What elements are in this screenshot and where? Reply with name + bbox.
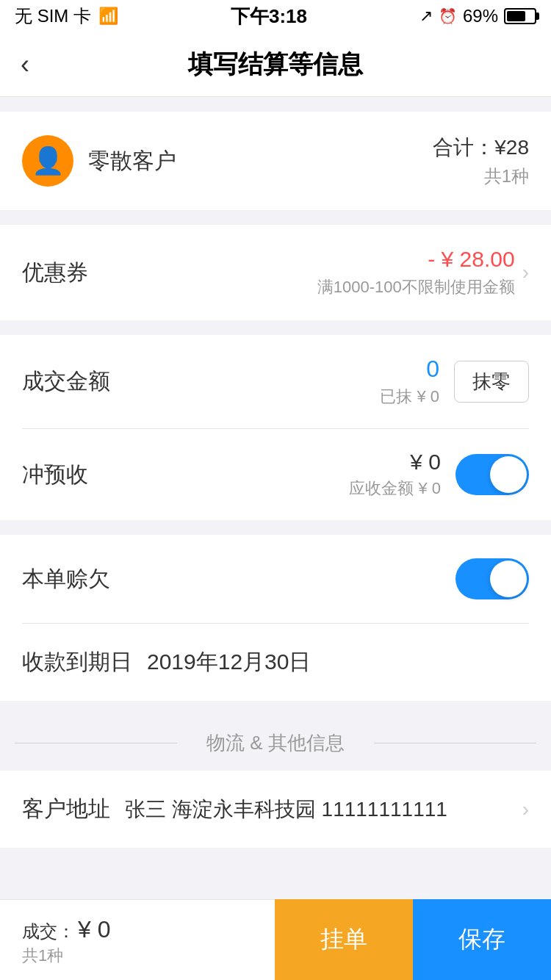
debt-section: 本单赊欠 收款到期日 2019年12月30日 [0, 535, 551, 701]
transaction-value[interactable]: 0 [380, 356, 439, 383]
address-chevron-icon: › [522, 798, 529, 821]
save-button[interactable]: 保存 [413, 899, 551, 980]
customer-name: 零散客户 [88, 146, 176, 176]
footer-info: 成交： ¥ 0 共1种 [0, 899, 275, 980]
footer-deal-label: 成交： [22, 920, 75, 943]
avatar-icon: 👤 [32, 145, 65, 176]
coupon-label: 优惠券 [22, 258, 88, 288]
toggle-knob [490, 456, 527, 493]
due-date-value[interactable]: 2019年12月30日 [147, 647, 311, 677]
wifi-icon: 📶 [98, 7, 118, 26]
footer: 成交： ¥ 0 共1种 挂单 保存 [0, 899, 551, 980]
transaction-section: 成交金额 0 已抹 ¥ 0 抹零 冲预收 ¥ 0 应收金额 ¥ 0 [0, 335, 551, 520]
battery-percent: 69% [463, 6, 498, 26]
status-right: ↗ ⏰ 69% [419, 6, 536, 26]
customer-section: 👤 零散客户 合计：¥28 共1种 [0, 112, 551, 210]
round-zero-button[interactable]: 抹零 [454, 361, 529, 403]
debt-toggle-knob [490, 561, 527, 597]
page-title: 填写结算等信息 [188, 48, 363, 82]
battery-icon [504, 8, 536, 24]
transaction-label: 成交金额 [22, 367, 110, 397]
prepay-amounts: ¥ 0 应收金额 ¥ 0 [349, 450, 441, 500]
prepay-toggle[interactable] [455, 454, 529, 495]
status-time: 下午3:18 [231, 4, 307, 29]
location-icon: ↗ [419, 7, 433, 26]
address-value: 张三 海淀永丰科技园 11111111111 [125, 796, 500, 824]
coupon-section[interactable]: 优惠券 - ¥ 28.00 满1000-100不限制使用金额 › [0, 225, 551, 320]
transaction-row: 成交金额 0 已抹 ¥ 0 抹零 [22, 335, 529, 428]
gap-3 [0, 320, 551, 335]
gap-5 [0, 701, 551, 716]
debt-toggle[interactable] [455, 558, 529, 599]
logistics-line-right [374, 743, 536, 743]
gap-4 [0, 520, 551, 535]
transaction-amount-area: 0 已抹 ¥ 0 [380, 356, 439, 408]
nav-bar: ‹ 填写结算等信息 [0, 32, 551, 97]
coupon-amount: - ¥ 28.00 [317, 247, 515, 272]
gap-1 [0, 97, 551, 112]
coupon-chevron-icon: › [522, 261, 529, 284]
debt-label: 本单赊欠 [22, 564, 110, 594]
already-zero-label: 已抹 ¥ 0 [380, 386, 439, 408]
status-left: 无 SIM 卡 📶 [15, 4, 118, 28]
prepay-value: ¥ 0 [349, 450, 441, 475]
customer-total: 合计：¥28 共1种 [433, 134, 529, 188]
prepay-row: 冲预收 ¥ 0 应收金额 ¥ 0 [22, 429, 529, 520]
due-date-row: 收款到期日 2019年12月30日 [22, 624, 529, 701]
avatar: 👤 [22, 135, 73, 187]
coupon-info: - ¥ 28.00 满1000-100不限制使用金额 [317, 247, 515, 298]
back-button[interactable]: ‹ [21, 49, 29, 80]
logistics-divider: 物流 & 其他信息 [0, 716, 551, 771]
alarm-icon: ⏰ [439, 7, 457, 25]
footer-count: 共1种 [22, 945, 110, 967]
total-amount: 合计：¥28 [433, 134, 529, 162]
carrier-label: 无 SIM 卡 [15, 4, 91, 28]
address-label: 客户地址 [22, 794, 110, 824]
prepay-label: 冲预收 [22, 460, 88, 490]
receivable-label: 应收金额 ¥ 0 [349, 478, 441, 500]
footer-deal-amount: ¥ 0 [78, 916, 110, 943]
customer-info: 👤 零散客户 [22, 135, 176, 187]
due-date-label: 收款到期日 [22, 647, 132, 677]
gap-2 [0, 210, 551, 225]
logistics-line-left [15, 743, 177, 743]
coupon-description: 满1000-100不限制使用金额 [317, 276, 515, 298]
total-count: 共1种 [433, 165, 529, 188]
hold-button[interactable]: 挂单 [275, 899, 413, 980]
logistics-label: 物流 & 其他信息 [206, 730, 345, 756]
footer-deal-info: 成交： ¥ 0 共1种 [22, 913, 110, 967]
status-bar: 无 SIM 卡 📶 下午3:18 ↗ ⏰ 69% [0, 0, 551, 32]
address-section[interactable]: 客户地址 张三 海淀永丰科技园 11111111111 › [0, 771, 551, 848]
